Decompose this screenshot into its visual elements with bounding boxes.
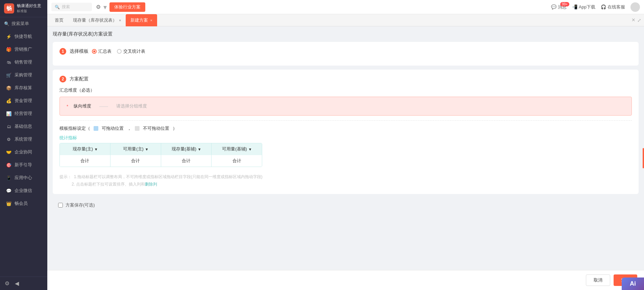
tab-inventory-status-close[interactable]: × [119, 18, 121, 22]
sidebar-item-label: 新手引导 [15, 162, 32, 168]
section2-header: 2 方案配置 [59, 76, 632, 82]
tab-inventory-status[interactable]: 现存量（库存状况表） × [68, 14, 126, 26]
dimension-config-row: * 纵向维度 —— 请选择分组维度 [59, 97, 632, 116]
sidebar-item-new-guide[interactable]: 🎯 新手引导 [0, 159, 47, 171]
sidebar-item-cooperation[interactable]: 🤝 企业协同 [0, 146, 47, 159]
cooperation-icon: 🤝 [6, 149, 12, 155]
sidebar-item-finance[interactable]: 💰 资金管理 [0, 94, 47, 107]
system-icon: ⚙ [6, 136, 12, 142]
sidebar-item-label: 企业协同 [15, 149, 32, 155]
sidebar-search[interactable]: 🔍 搜索菜单 [0, 17, 47, 30]
topbar-dropdown-icon[interactable]: ▾ [103, 3, 107, 11]
dimension-placeholder-text[interactable]: 请选择分组维度 [116, 103, 147, 109]
dimension-separator: —— [99, 104, 108, 109]
wechat-icon: 💬 [6, 188, 12, 194]
topbar-search-placeholder: 搜索 [62, 4, 70, 10]
topbar-search-icon: 🔍 [55, 5, 60, 9]
fixed-badge [135, 126, 140, 131]
tips-section: 提示： 1.拖动标题栏可以调整布局，不可跨维度或指标区域拖动栏目字段(只能在同一… [59, 173, 632, 188]
stats-col-cur-qty-aux[interactable]: 现存量(基辅) ▾ [161, 143, 212, 155]
app-title: 畅康通好生意 标准版 [17, 3, 41, 14]
sidebar-item-label: 企业微信 [15, 188, 32, 194]
radio-crosstab-label: 交叉统计表 [123, 48, 145, 54]
sidebar-item-basic[interactable]: 🗂 基础信息 [0, 120, 47, 133]
inventory-icon: 📦 [6, 85, 12, 91]
indicator-comma: ， [127, 125, 131, 131]
collapse-icon[interactable]: ◀ [15, 280, 19, 287]
sidebar-item-sales[interactable]: 🛍 销售管理 [0, 56, 47, 69]
section1-card: 1 选择模板 汇总表 交叉统计表 [53, 42, 639, 66]
quick-nav-icon: ⚡ [6, 33, 12, 40]
sidebar-logo: 畅 畅康通好生意 标准版 [0, 0, 47, 17]
col-cur-qty-aux-chevron: ▾ [198, 147, 201, 152]
member-icon: 👑 [6, 200, 12, 207]
stats-col-available-aux[interactable]: 可用量(基辅) ▾ [212, 143, 262, 155]
col-cur-qty-main-label: 现存量(主) [73, 146, 93, 152]
topbar-online-service[interactable]: 🎧 在线客服 [601, 4, 625, 10]
download-icon: 📲 [572, 4, 577, 9]
sidebar-item-wechat[interactable]: 💬 企业微信 [0, 184, 47, 197]
sidebar-item-quick-nav[interactable]: ⚡ 快捷导航 [0, 30, 47, 43]
sidebar-item-label: 基础信息 [15, 123, 32, 129]
col-cur-qty-aux-label: 现存量(基辅) [172, 146, 197, 152]
sidebar-item-label: 系统管理 [15, 136, 32, 142]
sidebar-item-marketing[interactable]: 🎁 营销推广 [0, 43, 47, 56]
user-avatar[interactable] [630, 2, 640, 12]
indicator-fixed-label: 不可拖动位置 [143, 125, 169, 131]
operations-icon: 📊 [6, 111, 12, 117]
tip2-text: 2. 点击标题栏下拉可设置排序、插入列和 [72, 182, 145, 187]
section1-num: 1 [59, 48, 66, 55]
sidebar-item-member[interactable]: 👑 畅会员 [0, 197, 47, 210]
radio-summary[interactable]: 汇总表 [92, 48, 112, 54]
tips-title: 提示： 1.拖动标题栏可以调整布局，不可跨维度或指标区域拖动栏目字段(只能在同一… [59, 173, 632, 181]
ai-badge[interactable]: Ai [622, 277, 644, 290]
sidebar-item-app-center[interactable]: 📱 应用中心 [0, 171, 47, 184]
topbar-search-box[interactable]: 🔍 搜索 [51, 3, 92, 11]
trial-industry-button[interactable]: 体验行业方案 [109, 2, 145, 12]
basic-icon: 🗂 [6, 123, 12, 129]
required-mark: * [67, 104, 68, 109]
sidebar-item-label: 营销推广 [15, 46, 32, 52]
summary-dimension-label: 汇总维度（必选） [59, 87, 632, 93]
finance-icon: 💰 [6, 98, 12, 104]
stats-cell-available-aux: 合计 [212, 155, 262, 167]
tab-inventory-status-label: 现存量（库存状况表） [73, 17, 117, 23]
indicator-suffix: ） [173, 125, 177, 131]
sales-icon: 🛍 [6, 59, 12, 65]
message-icon: 💬 [551, 4, 556, 9]
content-wrapper: 现存量(库存状况表)方案设置 1 选择模板 汇总表 交叉统计表 [47, 26, 644, 290]
topbar-app-download[interactable]: 📲 App下载 [572, 4, 595, 10]
sidebar-item-operations[interactable]: 📊 经营管理 [0, 107, 47, 120]
radio-crosstab[interactable]: 交叉统计表 [117, 48, 145, 54]
stats-col-available-main[interactable]: 可用量(主) ▾ [110, 143, 161, 155]
sidebar-item-inventory[interactable]: 📦 库存核算 [0, 81, 47, 94]
save-checkbox[interactable] [58, 203, 63, 208]
section1-title: 选择模板 [70, 48, 89, 54]
tip2-delete-link[interactable]: 删除列 [145, 182, 157, 187]
stats-cell-available-main: 合计 [110, 155, 161, 167]
marketing-icon: 🎁 [6, 46, 12, 52]
radio-crosstab-dot [117, 49, 122, 54]
save-label[interactable]: 方案保存(可选) [66, 202, 95, 208]
stats-cell-cur-qty-aux: 合计 [161, 155, 212, 167]
sidebar-item-label: 经营管理 [15, 111, 32, 117]
sidebar-item-label: 资金管理 [15, 98, 32, 104]
movable-badge [94, 126, 98, 131]
settings-icon[interactable]: ⚙ [5, 280, 9, 287]
topbar-message[interactable]: 💬 消息 99+ [551, 4, 567, 10]
message-badge: 99+ [560, 2, 569, 6]
purchase-icon: 🛒 [6, 72, 12, 78]
panel-expand-icon[interactable]: ⤢ [637, 18, 641, 23]
stats-header-row: 现存量(主) ▾ 可用量(主) ▾ 现存量(基辅) ▾ [60, 143, 262, 155]
panel-close-icon[interactable]: × [631, 17, 635, 24]
topbar-gear-icon[interactable]: ⚙ [96, 4, 101, 10]
tab-new-scheme-close[interactable]: × [150, 18, 152, 22]
tab-home[interactable]: 首页 [50, 14, 68, 26]
stats-col-cur-qty-main[interactable]: 现存量(主) ▾ [60, 143, 110, 155]
tab-new-scheme[interactable]: 新建方案 × [126, 14, 157, 26]
page-title: 现存量(库存状况表)方案设置 [53, 31, 639, 37]
sidebar-item-purchase[interactable]: 🛒 采购管理 [0, 69, 47, 81]
sidebar-item-system[interactable]: ⚙ 系统管理 [0, 133, 47, 146]
cancel-button[interactable]: 取消 [586, 274, 610, 286]
section2-title: 方案配置 [70, 76, 89, 82]
